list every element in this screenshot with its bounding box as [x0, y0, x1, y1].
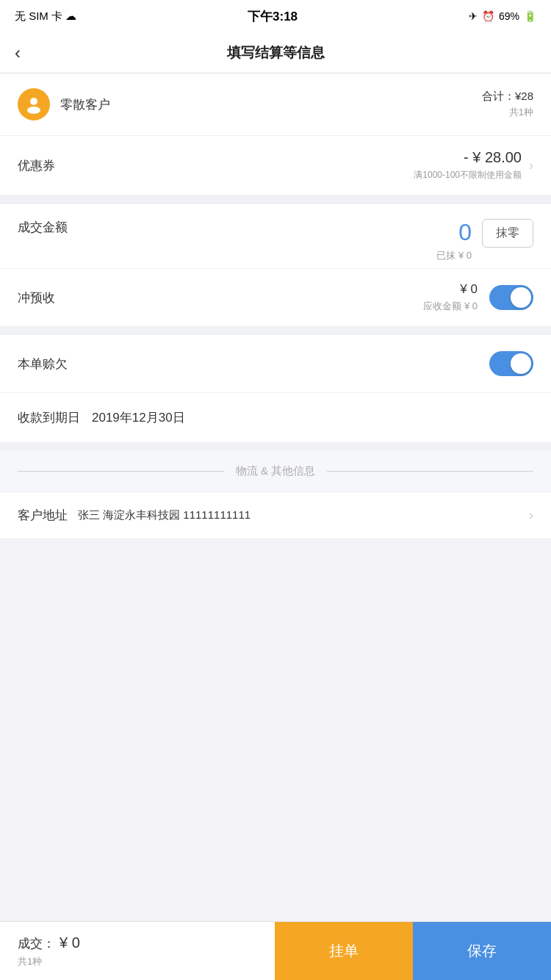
- svg-point-0: [30, 98, 37, 105]
- address-value: 张三 海淀永丰科技园 11111111111: [78, 507, 251, 524]
- address-label: 客户地址: [18, 507, 68, 524]
- footer-deal-amount: ¥ 0: [60, 934, 80, 951]
- nav-bar: ‹ 填写结算等信息: [0, 32, 551, 73]
- advance-row: 冲预收 ¥ 0 应收金额 ¥ 0: [0, 269, 551, 326]
- advance-toggle[interactable]: [489, 285, 533, 310]
- logistics-line-left: [18, 471, 224, 472]
- no-sim-text: 无 SIM 卡 ☁: [15, 10, 76, 24]
- advance-values: ¥ 0 应收金额 ¥ 0: [423, 282, 478, 313]
- alarm-icon: ⏰: [482, 10, 494, 22]
- bottom-footer: 成交： ¥ 0 共1种 挂单 保存: [0, 921, 551, 980]
- total-label: 合计：¥28: [482, 90, 533, 104]
- coupon-right: - ¥ 28.00 满1000-100不限制使用金额 ›: [414, 149, 533, 181]
- logistics-header: 物流 & 其他信息: [0, 451, 551, 491]
- logistics-line-right: [327, 471, 533, 472]
- back-arrow-icon: ‹: [15, 43, 21, 63]
- advance-amount: ¥ 0: [423, 282, 478, 297]
- location-icon: ✈: [469, 10, 478, 22]
- deal-right: 0 已抹 ¥ 0 抹零: [436, 219, 533, 262]
- footer-info: 成交： ¥ 0 共1种: [0, 934, 275, 968]
- debt-toggle[interactable]: [489, 351, 533, 376]
- debt-label: 本单赊欠: [18, 356, 68, 372]
- advance-note: 应收金额 ¥ 0: [423, 300, 478, 313]
- address-chevron-icon: ›: [529, 508, 533, 523]
- customer-total: 合计：¥28 共1种: [482, 90, 533, 119]
- debt-row: 本单赊欠: [0, 335, 551, 392]
- debt-toggle-knob: [511, 353, 531, 374]
- coupon-discount-value: - ¥ 28.00: [414, 149, 522, 166]
- total-count: 共1种: [482, 106, 533, 119]
- customer-info: 零散客户: [18, 88, 110, 120]
- due-date-row: 收款到期日 2019年12月30日: [0, 393, 551, 442]
- page-title: 填写结算等信息: [227, 43, 325, 62]
- toggle-knob: [511, 287, 531, 308]
- section-sep-1: [0, 195, 551, 204]
- battery-text: 69%: [499, 10, 519, 22]
- customer-row: 零散客户 合计：¥28 共1种: [0, 73, 551, 135]
- status-left: 无 SIM 卡 ☁: [15, 10, 76, 24]
- deal-value: 0: [436, 219, 472, 246]
- footer-count: 共1种: [18, 955, 257, 968]
- coupon-discount-note: 满1000-100不限制使用金额: [414, 169, 522, 181]
- battery-icon: 🔋: [524, 10, 536, 22]
- advance-label: 冲预收: [18, 289, 55, 306]
- customer-name: 零散客户: [60, 96, 110, 113]
- section-sep-2: [0, 326, 551, 335]
- hang-button[interactable]: 挂单: [275, 922, 413, 981]
- address-left: 客户地址 张三 海淀永丰科技园 11111111111: [18, 507, 251, 524]
- deal-sub: 已抹 ¥ 0: [436, 249, 472, 262]
- section-sep-3: [0, 442, 551, 451]
- logistics-title: 物流 & 其他信息: [236, 464, 315, 478]
- footer-deal-label: 成交：: [18, 935, 55, 952]
- svg-point-1: [27, 107, 40, 114]
- status-time: 下午3:18: [248, 8, 298, 25]
- empty-space: [0, 539, 551, 686]
- status-bar: 无 SIM 卡 ☁ 下午3:18 ✈ ⏰ 69% 🔋: [0, 0, 551, 32]
- coupon-row[interactable]: 优惠券 - ¥ 28.00 满1000-100不限制使用金额 ›: [0, 136, 551, 195]
- chevron-right-icon: ›: [529, 158, 533, 173]
- deal-label: 成交金额: [18, 219, 68, 236]
- coupon-label: 优惠券: [18, 157, 55, 174]
- mo-ling-button[interactable]: 抹零: [482, 219, 533, 248]
- person-icon: [24, 95, 43, 114]
- deal-row: 成交金额 0 已抹 ¥ 0 抹零: [0, 204, 551, 269]
- due-date-label: 收款到期日: [18, 409, 80, 426]
- advance-right: ¥ 0 应收金额 ¥ 0: [423, 282, 533, 313]
- status-right: ✈ ⏰ 69% 🔋: [469, 10, 536, 22]
- save-button[interactable]: 保存: [413, 922, 551, 981]
- back-button[interactable]: ‹: [15, 43, 21, 63]
- avatar: [18, 88, 50, 120]
- due-date-value: 2019年12月30日: [92, 409, 185, 426]
- address-row[interactable]: 客户地址 张三 海淀永丰科技园 11111111111 ›: [0, 492, 551, 538]
